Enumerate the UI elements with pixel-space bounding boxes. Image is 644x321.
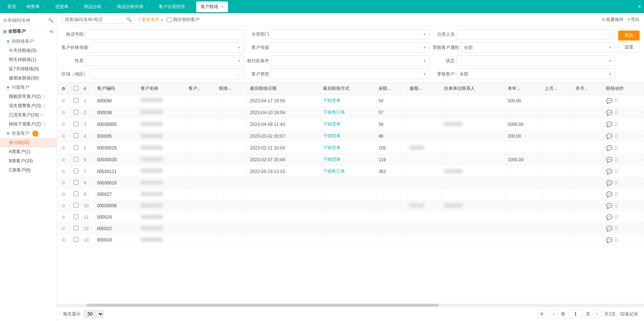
contact-way-link[interactable]: 下销售订单 [323,169,345,174]
sparse-attr-select[interactable]: 全部 ▼ [461,42,615,53]
td-checkbox[interactable] [70,189,81,200]
close-tab-sales[interactable]: × [43,5,45,9]
td-checkbox[interactable] [70,130,81,142]
customer-type-select[interactable]: ▼ [271,69,430,79]
contact-icon[interactable]: 💬 [606,157,612,163]
sidebar-item-c-class[interactable]: C类客户(6) [0,166,57,175]
payment-select[interactable]: ▼ [271,56,430,66]
row-checkbox[interactable] [74,121,78,126]
row-checkbox[interactable] [74,226,78,230]
td-settings[interactable]: ⚙ [57,200,70,212]
close-tab-analysis[interactable]: × [105,5,107,9]
more-icon[interactable]: ⠿ [615,110,618,116]
close-tab-purchase[interactable]: × [71,5,74,9]
per-page-select[interactable]: 50 100 [84,310,104,318]
customer-search-input[interactable] [65,17,125,22]
close-tab-customer-mgmt[interactable]: × [188,5,190,9]
td-last-contact-way[interactable] [320,200,376,212]
td-settings[interactable]: ⚙ [57,154,70,166]
td-action[interactable]: 💬 ⠿ [604,142,644,154]
td-action[interactable]: 💬 ⠿ [604,166,644,177]
search-icon[interactable]: 🔍 [126,17,132,22]
col-last-month[interactable]: 上月... [542,82,573,95]
td-action[interactable]: 💬 ⠿ [604,107,644,119]
td-action[interactable]: 💬 ⠿ [604,154,644,166]
row-checkbox[interactable] [74,98,78,103]
manager-select[interactable]: … [456,29,615,39]
more-icon[interactable]: ⠿ [615,214,618,220]
nav-home[interactable]: 首页 [3,1,21,12]
status-select[interactable]: ▼ [456,56,615,66]
td-action[interactable]: 💬 ⠿ [604,130,644,142]
col-contact[interactable]: 联络... [217,82,248,95]
nav-tab-customer-mgmt[interactable]: 客户分层经营 × [154,1,195,12]
td-action[interactable]: 💬 ⠿ [604,223,644,234]
more-icon[interactable]: ⠿ [615,98,618,104]
row-checkbox[interactable] [74,145,78,150]
td-checkbox[interactable] [70,107,81,119]
first-page-btn[interactable]: K [537,310,547,318]
nav-tab-customer-contact[interactable]: 客户联络 × [196,1,228,12]
row-checkbox[interactable] [74,191,78,196]
my-customers-checkbox[interactable]: 我分管的客户 [167,17,200,23]
td-last-contact-way[interactable] [320,234,376,246]
td-last-contact-way[interactable]: 下销货单 [320,119,376,130]
sidebar-item-b-class[interactable]: B类客户(33) [0,156,57,166]
td-settings[interactable]: ⚙ [57,107,70,119]
sidebar-group-pending[interactable]: ▼ 待联络客户 [0,37,57,46]
sidebar-item-overdue-contact[interactable]: 逾期未联络(30) [0,74,57,83]
more-icon[interactable]: ⠿ [615,203,618,209]
col-not-contacted[interactable]: 未联... [376,82,407,95]
contact-icon[interactable]: 💬 [606,98,612,104]
td-action[interactable]: 💬 ⠿ [604,234,644,246]
col-last-contact-date[interactable]: 最后联络日期 [247,82,320,95]
td-settings[interactable]: ⚙ [57,95,70,107]
page-number-input[interactable] [568,310,583,318]
sidebar-item-7days[interactable]: 近7天待联络(0) [0,64,57,74]
sidebar-group-value[interactable]: ▼ 价值客户 ↺ [0,129,57,138]
td-checkbox[interactable] [70,200,81,212]
sparse-select[interactable]: 全部 ▼ [456,69,615,79]
contact-way-link[interactable]: 下销售订单 [323,110,345,115]
sidebar-item-a-class[interactable]: A类客户(1) [0,147,57,156]
td-checkbox[interactable] [70,177,81,189]
sidebar-item-churned[interactable]: 已流失客户(24) ⓘ [0,110,57,120]
td-settings[interactable]: ⚙ [57,234,70,246]
td-checkbox[interactable] [70,223,81,234]
contact-way-link[interactable]: 下销货单 [323,133,341,138]
td-last-contact-way[interactable] [320,223,376,234]
td-last-contact-way[interactable] [320,189,376,200]
more-icon[interactable]: ⠿ [615,191,618,197]
td-settings[interactable]: ⚙ [57,223,70,234]
contact-icon[interactable]: 💬 [606,203,612,209]
td-checkbox[interactable] [70,154,81,166]
td-settings[interactable]: ⚙ [57,130,70,142]
col-checkbox[interactable] [70,82,81,95]
region-select[interactable]: … [89,69,244,79]
more-icon[interactable]: ⠿ [615,133,618,139]
contact-icon[interactable]: 💬 [606,237,612,243]
close-tab-customer-contact[interactable]: × [221,5,224,9]
nav-tab-purchase[interactable]: 进货单 × [51,1,78,12]
more-icon[interactable]: ⠿ [615,169,618,174]
contact-way-link[interactable]: 下销货单 [323,98,341,103]
nav-tab-analysis[interactable]: 商品分析 × [80,1,111,12]
td-action[interactable]: 💬 ⠿ [604,119,644,130]
td-last-contact-way[interactable]: 下销货单 [320,95,376,107]
sidebar-item-hoarding[interactable]: 囤购异常客户(2) ⓘ [0,92,57,101]
sidebar-item-tomorrow[interactable]: 明天待联络(1) [0,55,57,64]
td-action[interactable]: 💬 ⠿ [604,189,644,200]
td-last-contact-way[interactable]: 下销货单 [320,154,376,166]
contact-way-link[interactable]: 下销货单 [323,145,341,150]
td-settings[interactable]: ⚙ [57,142,70,154]
td-checkbox[interactable] [70,119,81,130]
td-last-contact-way[interactable]: 下销售订单 [320,107,376,119]
td-settings[interactable]: ⚙ [57,212,70,223]
nav-tab-analysis-list[interactable]: 商品分析列表 × [113,1,153,12]
phone-input[interactable] [85,29,244,39]
window-close-btn[interactable]: × [638,3,641,10]
batch-operation-btn[interactable]: ☑ 批量操作 [602,17,624,23]
reset-button[interactable]: 设置 [618,42,640,53]
col-type[interactable]: 客户... [186,82,217,95]
td-action[interactable]: 💬 ⠿ [604,212,644,223]
